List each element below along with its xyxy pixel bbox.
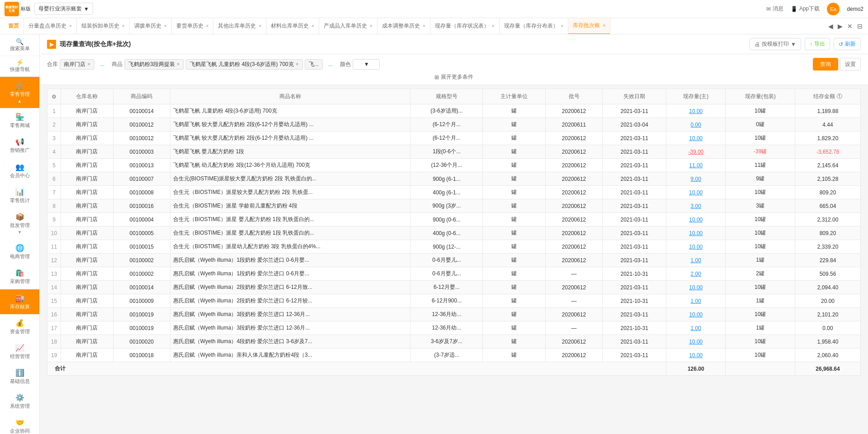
row-qty-main[interactable]: 1.00 [666, 254, 726, 267]
row-qty-main[interactable]: 1.00 [666, 294, 726, 308]
tab-inventory-status[interactable]: 现存量（库存状况表）× [430, 18, 500, 34]
product-tag1-close-icon[interactable]: × [177, 61, 180, 67]
sidebar-item-finance[interactable]: 💰 资金管理 [0, 314, 39, 339]
row-qty-main[interactable]: 9.00 [666, 172, 726, 186]
row-code: 00100018 [113, 349, 170, 362]
query-btn[interactable]: 查询 [813, 58, 838, 71]
tab-inventory-dist[interactable]: 现存量（库存分布表）× [500, 18, 569, 34]
org-selector[interactable]: 母婴行业演示账套 ▼ [34, 3, 93, 15]
row-name: 飞鹤星飞帆 较大婴儿配方奶粉 2段(6-12个月婴幼儿适用) ... [170, 118, 410, 132]
row-qty-main[interactable]: 10.00 [666, 132, 726, 145]
close-icon[interactable]: × [69, 24, 72, 28]
close-icon[interactable]: × [206, 24, 209, 28]
row-qty-main[interactable]: 0.00 [666, 118, 726, 132]
row-qty-main[interactable]: 10.00 [666, 349, 726, 362]
tab-split-inventory[interactable]: 分量盘点单历史 × [24, 18, 77, 34]
user-avatar[interactable]: Ea [827, 3, 840, 15]
row-qty-main[interactable]: 10.00 [666, 186, 726, 199]
message-btn[interactable]: ✉ 消息 [766, 5, 783, 13]
sidebar-item-inventory[interactable]: 🏭 库存核算 [0, 289, 39, 314]
row-amount: 2,339.20 [795, 240, 861, 254]
row-warehouse: 南岸门店 [61, 349, 113, 362]
tab-stir[interactable]: 调拨单历史 × [130, 18, 172, 34]
row-qty-main[interactable]: 11.00 [666, 159, 726, 172]
row-qty-main[interactable]: 10.00 [666, 308, 726, 321]
tab-batch-account[interactable]: 库存批次账 × [568, 18, 610, 34]
warehouse-more[interactable]: ... [96, 60, 108, 68]
tab-home[interactable]: 首页 [4, 18, 24, 34]
tab-bar: 首页 分量盘点单历史 × 组装拆卸单历史 × 调拨单历史 × 要货单历史 × 其… [0, 18, 868, 34]
sidebar-item-retail-shop[interactable]: 🏪 零售商城 [0, 108, 39, 133]
tab-close-all-btn[interactable]: ✕ [845, 23, 854, 30]
close-icon[interactable]: × [122, 24, 125, 28]
product-tag3[interactable]: 飞... [305, 59, 323, 70]
close-icon[interactable]: × [561, 24, 564, 28]
product-tag1[interactable]: 飞鹤奶粉3段两提装 × [124, 59, 184, 70]
sidebar-item-ecommerce[interactable]: 🌐 电商管理 [0, 239, 39, 264]
sidebar-item-wholesale[interactable]: 📦 批发管理 ▼ [0, 208, 39, 239]
row-qty-main[interactable]: 10.00 [666, 104, 726, 118]
close-icon[interactable]: × [603, 23, 605, 28]
tab-product-in[interactable]: 产成品入库单历史 × [319, 18, 377, 34]
product-tag2[interactable]: 飞鹤星飞帆 儿童奶粉 4段(3-6岁适用) 700克 × [186, 59, 303, 70]
enterprise-icon: 🤝 [15, 418, 24, 427]
expand-arrow[interactable]: ▶ [47, 40, 56, 49]
sidebar-item-system[interactable]: ⚙️ 系统管理 [0, 389, 39, 414]
warehouse-close-icon[interactable]: × [87, 61, 90, 67]
tab-material-out[interactable]: 材料出库单历史 × [266, 18, 319, 34]
close-icon[interactable]: × [311, 24, 314, 28]
action-buttons: 查询 设置 [813, 58, 861, 71]
row-spec: 6-12月婴... [410, 281, 483, 294]
sidebar-search[interactable]: 🔍 搜索英单 [0, 34, 39, 56]
close-icon[interactable]: × [259, 24, 261, 28]
tab-other-out[interactable]: 其他出库单历史 × [213, 18, 266, 34]
row-qty-main[interactable]: 3.00 [666, 199, 726, 213]
app-download-btn[interactable]: 📱 App下载 [791, 5, 820, 13]
sidebar-item-operations[interactable]: 📈 经营管理 [0, 339, 39, 364]
row-qty-main[interactable]: 10.00 [666, 335, 726, 349]
close-icon[interactable]: × [492, 24, 495, 28]
tab-cost-adjust[interactable]: 成本调整单历史 × [377, 18, 430, 34]
warehouse-tag[interactable]: 南岸门店 × [60, 59, 94, 70]
tab-requisition[interactable]: 要货单历史 × [172, 18, 214, 34]
sidebar-item-basic[interactable]: ℹ️ 基础信息 [0, 364, 39, 389]
setting-btn[interactable]: 设置 [840, 58, 861, 71]
row-number: 3 [47, 132, 61, 145]
sidebar-item-purchase[interactable]: 🛍️ 采购管理 [0, 264, 39, 289]
row-qty-main[interactable]: -39.00 [666, 145, 726, 159]
sidebar-item-member[interactable]: 👥 会员中心 [0, 158, 39, 183]
row-qty-main[interactable]: 10.00 [666, 213, 726, 226]
row-qty-main[interactable]: 2.00 [666, 267, 726, 281]
color-select[interactable]: ▼ [353, 59, 380, 70]
tab-disassembly[interactable]: 组装拆卸单历史 × [77, 18, 130, 34]
row-qty-main[interactable]: 1.00 [666, 321, 726, 335]
top-bar-left: 畅捷通好生意 标版 母婴行业演示账套 ▼ [5, 2, 93, 16]
sidebar-item-enterprise[interactable]: 🤝 企业协同 [0, 414, 39, 434]
close-icon[interactable]: × [164, 24, 167, 28]
sidebar-item-retail-stats[interactable]: 📊 零售统计 [0, 183, 39, 208]
expand-more-btn[interactable]: ⊞ 展开更多条件 [434, 73, 473, 81]
row-qty-main[interactable]: 10.00 [666, 240, 726, 254]
tab-prev-btn[interactable]: ◀ [826, 23, 835, 30]
close-icon[interactable]: × [423, 24, 425, 28]
tab-next-btn[interactable]: ▶ [836, 23, 844, 30]
product-more[interactable]: ... [325, 60, 336, 68]
row-name: 惠氏启赋（Wyeth illuma）3段奶粉 爱尔兰进口 12-36月... [170, 321, 410, 335]
row-code: 00100019 [113, 321, 170, 335]
sidebar-quick-nav[interactable]: ⚡ 快捷导航 [0, 56, 39, 77]
close-icon[interactable]: × [370, 24, 373, 28]
logo: 畅捷通好生意 标版 [5, 2, 31, 16]
row-amount: 1,829.20 [795, 132, 861, 145]
refresh-btn[interactable]: ↺ 刷新 [834, 38, 861, 50]
product-tag2-close-icon[interactable]: × [296, 61, 299, 67]
print-btn[interactable]: 🖨 按模板打印 ▼ [750, 38, 801, 50]
row-spec: (3-7岁适... [410, 349, 483, 362]
gear-icon[interactable]: ⚙ [52, 94, 57, 100]
row-qty-main[interactable]: 10.00 [666, 226, 726, 240]
row-qty-main[interactable]: 10.00 [666, 281, 726, 294]
export-btn[interactable]: ↑ 导出 [805, 38, 830, 50]
purchase-icon: 🛍️ [15, 269, 24, 277]
sidebar-item-retail[interactable]: 🛒 零售管理 ▲ [0, 77, 39, 108]
sidebar-item-marketing[interactable]: 📢 营销推广 [0, 133, 39, 158]
tab-menu-btn[interactable]: ⊟ [855, 23, 864, 30]
